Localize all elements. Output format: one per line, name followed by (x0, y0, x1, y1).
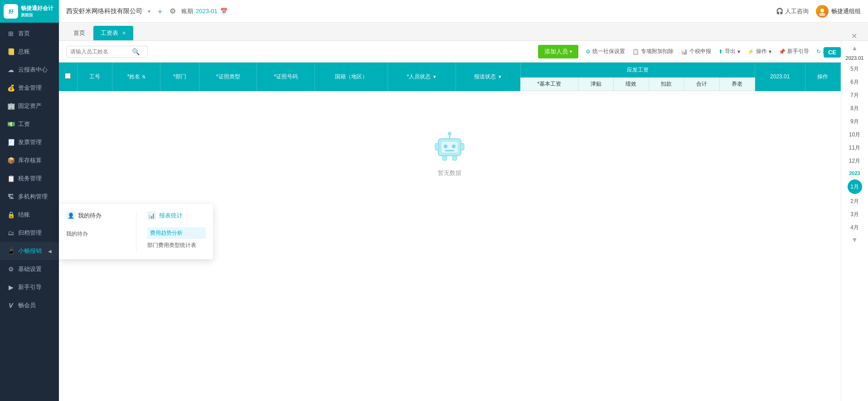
individual-tax-btn[interactable]: 📊 个税申报 (681, 48, 711, 55)
search-icon[interactable]: 🔍 (132, 48, 140, 55)
submenu-item-expense-trend[interactable]: 费用趋势分析 (147, 227, 206, 239)
toolbar: 🔍 添加人员 ▾ ⚙ 统一社保设置 📋 专项附加扣除 (59, 41, 841, 63)
sub-col-base-salary: *基本工资 (520, 77, 578, 91)
month-9[interactable]: 9月 (841, 115, 868, 128)
sidebar-item-fixed-assets[interactable]: 🏢 固定资产 (0, 97, 59, 115)
new-guide-toolbar-icon: 📌 (779, 48, 786, 55)
company-dropdown-arrow[interactable]: ▾ (148, 8, 150, 14)
sidebar-item-ledger[interactable]: 📒 总账 (0, 43, 59, 61)
sidebar-label-mini-expense: 小畅报销 (18, 247, 42, 255)
submenu-item-dept-expense[interactable]: 部门费用类型统计表 (147, 239, 206, 252)
sidebar-item-invoice[interactable]: 🧾 发票管理 (0, 133, 59, 151)
user-name: 畅捷通组组 (831, 7, 861, 15)
accounting-period: 账期 2023-01 📅 (181, 7, 228, 15)
basic-settings-icon: ⚙ (7, 266, 15, 273)
col-report-status: 报送状态 ▼ (456, 63, 520, 91)
period-calendar-icon[interactable]: 📅 (220, 8, 228, 14)
member-icon: V (7, 302, 15, 309)
mini-expense-icon: 📱 (7, 247, 15, 255)
sidebar-item-archive[interactable]: 🗂 归档管理 (0, 224, 59, 242)
svg-point-5 (452, 145, 456, 148)
month-12[interactable]: 12月 (841, 155, 868, 168)
sidebar-label-closing: 结账 (18, 211, 30, 219)
month-7[interactable]: 7月 (841, 89, 868, 102)
add-company-button[interactable]: ＋ (156, 6, 164, 17)
sidebar-item-home[interactable]: ⊞ 首页 (0, 24, 59, 43)
sidebar-label-new-guide: 新手引导 (18, 283, 42, 291)
tab-home[interactable]: 首页 (66, 26, 92, 40)
col-nationality: 国籍（地区） (315, 63, 388, 91)
tab-salary[interactable]: 工资表 ✕ (93, 26, 133, 40)
period-value[interactable]: 2023-01 (196, 8, 218, 14)
company-name[interactable]: 西安虾米网络科技有限公司 (66, 7, 142, 15)
sidebar: 好 畅捷通好会计 旗舰版 ⊞ 首页 📒 总账 ☁ 云报表中心 💰 资金管理 🏢 … (0, 0, 59, 401)
month-11[interactable]: 11月 (841, 141, 868, 155)
special-deduction-btn[interactable]: 📋 专项附加扣除 (632, 48, 674, 55)
export-arrow: ▾ (737, 48, 740, 55)
month-3[interactable]: 3月 (841, 208, 868, 221)
sidebar-label-invoice: 发票管理 (18, 138, 42, 146)
sidebar-item-member[interactable]: V 畅会员 (0, 296, 59, 314)
sidebar-item-mini-expense[interactable]: 📱 小畅报销 ◀ (0, 242, 59, 260)
cloud-icon: ☁ (7, 66, 15, 73)
sidebar-nav: ⊞ 首页 📒 总账 ☁ 云报表中心 💰 资金管理 🏢 固定资产 💵 工资 🧾 发… (0, 23, 59, 401)
month-10[interactable]: 10月 (841, 128, 868, 141)
col-name: *姓名 ⇅ (112, 63, 160, 91)
sub-col-pension: 养老 (719, 77, 755, 91)
empty-text: 暂无数据 (438, 169, 461, 177)
fund-icon: 💰 (7, 84, 15, 92)
operation-icon: ⚡ (747, 48, 754, 55)
special-deduction-label: 专项附加扣除 (641, 48, 674, 55)
customer-service-btn[interactable]: 🎧 人工咨询 (776, 7, 809, 15)
month-scroll-up[interactable]: ▲ (850, 43, 860, 53)
month-8[interactable]: 8月 (841, 102, 868, 115)
add-person-button[interactable]: 添加人员 ▾ (538, 45, 578, 58)
col-ops: 操作 (805, 63, 840, 91)
new-guide-icon: ▶ (7, 284, 15, 291)
tab-bar: 首页 工资表 ✕ ✕ (59, 23, 868, 41)
social-security-btn[interactable]: ⚙ 统一社保设置 (586, 48, 625, 55)
col-id-type: *证照类型 (199, 63, 257, 91)
tax-icon: 📋 (7, 175, 15, 182)
tab-bar-close-icon[interactable]: ✕ (851, 32, 857, 40)
month-6[interactable]: 6月 (841, 76, 868, 89)
sidebar-item-fund[interactable]: 💰 资金管理 (0, 79, 59, 97)
sidebar-item-basic-settings[interactable]: ⚙ 基础设置 (0, 260, 59, 278)
sidebar-item-new-guide[interactable]: ▶ 新手引导 (0, 278, 59, 296)
tab-salary-label: 工资表 (101, 29, 118, 37)
individual-tax-icon: 📊 (681, 48, 688, 55)
special-deduction-icon: 📋 (632, 48, 639, 55)
submenu-section-todo: 👤 我的待办 我的待办 (66, 211, 125, 252)
search-input[interactable] (70, 48, 129, 55)
sidebar-item-tax[interactable]: 📋 税务管理 (0, 169, 59, 188)
salary-icon: 💵 (7, 121, 15, 128)
add-person-label: 添加人员 (544, 48, 568, 56)
empty-icon (432, 127, 468, 164)
svg-rect-12 (452, 156, 457, 160)
logo-icon: 好 (4, 4, 18, 19)
month-scroll-down[interactable]: ▼ (850, 234, 860, 245)
new-guide-btn[interactable]: 📌 新手引导 (779, 48, 809, 55)
tab-salary-close[interactable]: ✕ (122, 30, 126, 36)
company-settings-icon[interactable]: ⚙ (170, 7, 176, 15)
tab-home-label: 首页 (73, 29, 85, 37)
sidebar-item-cloud-report[interactable]: ☁ 云报表中心 (0, 61, 59, 79)
export-btn[interactable]: ⬆ 导出 ▾ (718, 48, 740, 55)
add-person-dropdown-arrow: ▾ (570, 49, 572, 54)
select-all-checkbox[interactable] (65, 73, 71, 79)
month-1-active[interactable]: 1月 (848, 179, 862, 194)
svg-rect-11 (442, 156, 447, 160)
sidebar-label-basic-settings: 基础设置 (18, 265, 42, 273)
sidebar-item-multi-org[interactable]: 🏗 多机构管理 (0, 188, 59, 206)
month-2[interactable]: 2月 (841, 195, 868, 208)
archive-icon: 🗂 (7, 229, 15, 237)
submenu-item-my-todo[interactable]: 我的待办 (66, 227, 125, 241)
sidebar-item-salary[interactable]: 💵 工资 (0, 115, 59, 133)
sidebar-item-closing[interactable]: 🔒 结账 (0, 206, 59, 224)
toolbar-right: 添加人员 ▾ ⚙ 统一社保设置 📋 专项附加扣除 📊 个税申报 (538, 45, 834, 58)
sidebar-item-inventory[interactable]: 📦 库存核算 (0, 151, 59, 169)
topbar: 西安虾米网络科技有限公司 ▾ ＋ ⚙ 账期 2023-01 📅 🎧 人工咨询 (59, 0, 868, 23)
month-5[interactable]: 5月 (841, 63, 868, 76)
operation-btn[interactable]: ⚡ 操作 ▾ (747, 48, 771, 55)
month-4[interactable]: 4月 (841, 221, 868, 234)
